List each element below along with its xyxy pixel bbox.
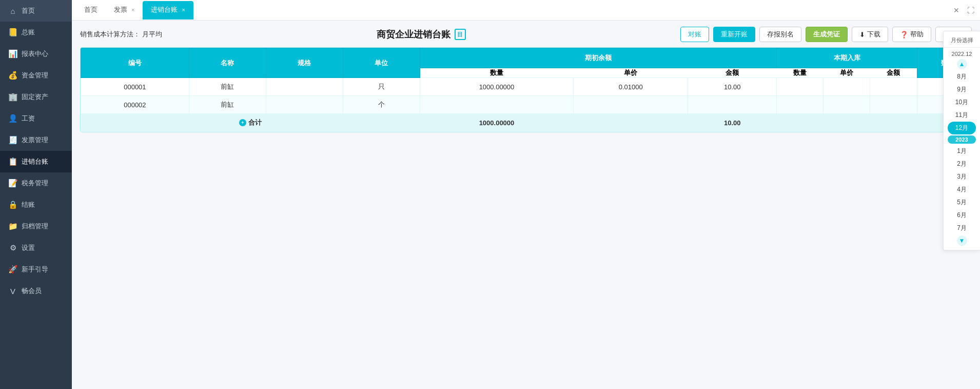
month-item-11月[interactable]: 11月 <box>944 109 980 122</box>
month-nav-down-button[interactable]: ▼ <box>957 236 967 246</box>
sidebar-item-guide[interactable]: 🚀 新手引导 <box>0 259 72 280</box>
tab-home[interactable]: 首页 <box>76 1 106 20</box>
maximize-window-button[interactable]: ⛶ <box>966 5 976 15</box>
sidebar-item-member[interactable]: V 畅会员 <box>0 280 72 302</box>
month-item-12月[interactable]: 12月 <box>948 122 976 134</box>
month-item-4月[interactable]: 4月 <box>944 183 980 196</box>
cell-name: 前缸 <box>189 78 266 96</box>
cell-ob-qty <box>420 96 573 114</box>
sidebar-label-reports: 报表中心 <box>22 49 48 59</box>
help-button[interactable]: ❓ 帮助 <box>892 27 931 42</box>
reopen-button[interactable]: 重新开账 <box>713 27 755 42</box>
sidebar-label-settings: 设置 <box>22 243 35 252</box>
page-content: 销售成本计算方法： 月平均 商贸企业进销台账 目 对账 重新开账 存报别名 生成… <box>72 21 980 389</box>
sidebar-icon-settings: ⚙ <box>8 243 17 252</box>
sidebar-icon-home: ⌂ <box>8 7 17 15</box>
sidebar-icon-payroll: 👤 <box>8 114 17 123</box>
month-list: 8月9月10月11月12月20231月2月3月4月5月6月7月 <box>944 70 980 235</box>
title-area: 销售成本计算方法： 月平均 商贸企业进销台账 目 对账 重新开账 存报别名 生成… <box>80 27 972 42</box>
title-info-icon[interactable]: 目 <box>455 29 466 40</box>
cost-method-value: 月平均 <box>142 30 162 38</box>
tab-close-inventory-ledger[interactable]: × <box>182 7 185 13</box>
window-controls: ✕ ⛶ <box>951 5 976 15</box>
sidebar-item-finance[interactable]: 💰 资金管理 <box>0 65 72 86</box>
cell-ci-amount <box>870 96 917 114</box>
total-ob-amount: 10.00 <box>688 114 777 132</box>
month-nav-up-button[interactable]: ▲ <box>957 59 967 69</box>
col-unit: 单位 <box>343 48 420 78</box>
sidebar-label-member: 畅会员 <box>22 286 42 296</box>
month-item-3月[interactable]: 3月 <box>944 170 980 183</box>
total-ci-amount <box>870 114 917 132</box>
month-item-6月[interactable]: 6月 <box>944 209 980 222</box>
sidebar-label-archive: 归档管理 <box>22 222 48 231</box>
col-ob-price: 单价 <box>574 68 688 78</box>
month-item-5月[interactable]: 5月 <box>944 196 980 209</box>
sidebar-item-reports[interactable]: 📊 报表中心 <box>0 43 72 65</box>
cost-method-label: 销售成本计算方法： <box>80 30 140 38</box>
tab-close-invoice[interactable]: × <box>131 7 134 13</box>
sidebar-icon-closing: 🔒 <box>8 200 17 209</box>
sidebar-icon-invoice-mgmt: 🧾 <box>8 135 17 145</box>
download-button[interactable]: ⬇ 下载 <box>852 27 888 42</box>
sidebar-label-invoice-mgmt: 发票管理 <box>22 135 48 145</box>
sidebar-icon-inventory: 📋 <box>8 157 17 166</box>
month-item-1月[interactable]: 1月 <box>944 145 980 158</box>
sidebar: ⌂ 首页📒 总账📊 报表中心💰 资金管理🏢 固定资产👤 工资🧾 发票管理📋 进销… <box>0 0 72 389</box>
inventory-table: 编号 名称 规格 单位 期初余额 本期入库 数 数量 单价 金额 数量 单价 <box>81 48 971 132</box>
year-2023-badge: 2023 <box>948 135 976 144</box>
total-label-cell: + 合计 <box>81 114 420 132</box>
cell-ob-price: 0.01000 <box>574 78 688 96</box>
month-item-2月[interactable]: 2月 <box>944 158 980 170</box>
sidebar-label-payroll: 工资 <box>22 114 35 123</box>
sidebar-label-fixed-assets: 固定资产 <box>22 92 48 102</box>
tab-label-inventory-ledger: 进销台账 <box>151 5 178 14</box>
col-ob-qty: 数量 <box>420 68 573 78</box>
inventory-table-wrap: 编号 名称 规格 单位 期初余额 本期入库 数 数量 单价 金额 数量 单价 <box>80 47 972 132</box>
sidebar-item-home[interactable]: ⌂ 首页 <box>0 0 72 22</box>
col-ci-price: 单价 <box>824 68 870 78</box>
month-item-7月[interactable]: 7月 <box>944 222 980 235</box>
cell-spec <box>266 96 343 114</box>
cell-ob-qty: 1000.00000 <box>420 78 573 96</box>
reconcile-button[interactable]: 对账 <box>680 27 709 42</box>
total-label-text: 合计 <box>248 118 262 127</box>
sidebar-label-closing: 结账 <box>22 200 35 209</box>
generate-voucher-button[interactable]: 生成凭证 <box>806 27 848 42</box>
sidebar-item-archive[interactable]: 📁 归档管理 <box>0 216 72 237</box>
cost-method: 销售成本计算方法： 月平均 <box>80 30 162 39</box>
month-nav-down: ▼ <box>944 236 980 246</box>
month-item-10月[interactable]: 10月 <box>944 96 980 109</box>
tab-invoice[interactable]: 发票× <box>106 1 143 20</box>
sidebar-icon-general-ledger: 📒 <box>8 28 17 37</box>
sidebar-icon-guide: 🚀 <box>8 265 17 274</box>
cell-ob-amount <box>688 96 777 114</box>
sidebar-item-inventory[interactable]: 📋 进销台账 <box>0 151 72 172</box>
sidebar-label-guide: 新手引导 <box>22 265 48 274</box>
close-window-button[interactable]: ✕ <box>951 5 962 15</box>
tab-inventory-ledger[interactable]: 进销台账× <box>143 1 193 20</box>
month-item-9月[interactable]: 9月 <box>944 83 980 96</box>
cell-ob-amount: 10.00 <box>688 78 777 96</box>
save-alias-button[interactable]: 存报别名 <box>759 27 801 42</box>
sidebar-label-inventory: 进销台账 <box>22 157 48 166</box>
sidebar-item-payroll[interactable]: 👤 工资 <box>0 108 72 129</box>
sidebar-item-closing[interactable]: 🔒 结账 <box>0 194 72 216</box>
sidebar-label-finance: 资金管理 <box>22 71 48 80</box>
year-2022-label: 2022.12 <box>944 50 980 58</box>
sidebar-icon-finance: 💰 <box>8 71 17 80</box>
cell-name: 前缸 <box>189 96 266 114</box>
cell-ci-price <box>824 96 870 114</box>
month-item-8月[interactable]: 8月 <box>944 70 980 83</box>
sidebar-icon-member: V <box>8 287 17 296</box>
sidebar-item-settings[interactable]: ⚙ 设置 <box>0 237 72 259</box>
col-ci-qty: 数量 <box>777 68 824 78</box>
sidebar-item-tax[interactable]: 📝 税务管理 <box>0 172 72 194</box>
col-ob-amount: 金额 <box>688 68 777 78</box>
month-nav-up: ▲ <box>944 59 980 69</box>
sidebar-item-general-ledger[interactable]: 📒 总账 <box>0 22 72 43</box>
sidebar-label-general-ledger: 总账 <box>22 28 35 37</box>
sidebar-label-home: 首页 <box>22 6 35 15</box>
sidebar-item-invoice-mgmt[interactable]: 🧾 发票管理 <box>0 129 72 151</box>
sidebar-item-fixed-assets[interactable]: 🏢 固定资产 <box>0 86 72 108</box>
